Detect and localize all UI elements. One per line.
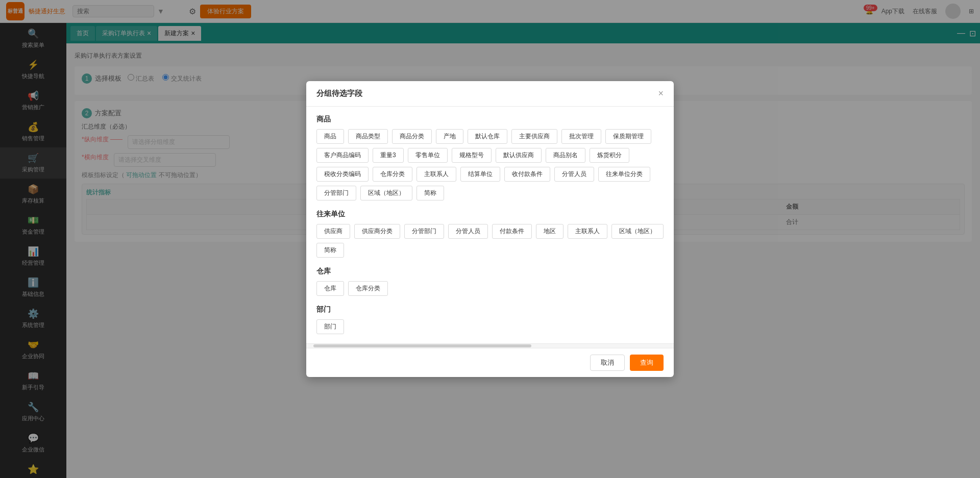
modal-overlay: 分组待选字段 × 商品 商品 商品类型 商品分类 [66,43,980,478]
field-tag-settlement-unit[interactable]: 结算单位 [460,167,500,182]
field-group-warehouse-title: 仓库 [316,267,664,276]
field-tag-refine-points[interactable]: 炼货积分 [590,148,629,163]
field-tag-tax-code[interactable]: 税收分类编码 [316,167,369,182]
modal-h-scrollbar [306,343,674,348]
modal-body: 商品 商品 商品类型 商品分类 产地 默认仓库 主要供应商 批次管理 保质期管 [306,107,674,344]
field-tag-batch-manage[interactable]: 批次管理 [561,129,601,144]
content-area: 首页 采购订单执行表 × 新建方案 × — ⊡ 采购订单执行表方案设置 [66,23,980,478]
field-tag-main-contact2[interactable]: 主联系人 [568,224,607,239]
field-tag-partner-person[interactable]: 分管人员 [448,224,488,239]
field-tag-partner-category[interactable]: 往来单位分类 [598,167,650,182]
field-tag-warehouse-category[interactable]: 仓库分类 [373,167,412,182]
field-tag-goods-category[interactable]: 商品分类 [392,129,432,144]
cancel-button[interactable]: 取消 [590,355,625,371]
field-tag-partner-short[interactable]: 简称 [316,243,344,258]
field-tag-goods[interactable]: 商品 [316,129,344,144]
field-tag-spec-model[interactable]: 规格型号 [452,148,492,163]
modal-title: 分组待选字段 [316,89,362,98]
main-area: 🔍 搜索菜单 ⚡ 快捷导航 📢 营销推广 💰 销售管理 🛒 采购管理 📦 [0,23,980,478]
field-group-partner-title: 往来单位 [316,210,664,219]
field-tag-weight3[interactable]: 重量3 [373,148,404,163]
field-group-warehouse: 仓库 仓库 仓库分类 [316,267,664,296]
field-tag-dept[interactable]: 部门 [316,319,344,334]
field-tag-retail-unit[interactable]: 零售单位 [408,148,448,163]
field-tag-warehouse[interactable]: 仓库 [316,281,344,296]
field-group-goods-title: 商品 [316,115,664,124]
field-tag-goods-alias[interactable]: 商品别名 [546,148,585,163]
field-tag-partner-region[interactable]: 区域（地区） [611,224,664,239]
app-container: 标普通 畅捷通好生意 ▼ ⚙ 体验行业方案 🔔 99+ App下载 在线客服 ⊞… [0,0,980,478]
field-select-modal: 分组待选字段 × 商品 商品 商品类型 商品分类 [306,81,674,377]
field-tag-district[interactable]: 地区 [536,224,564,239]
field-tags-dept: 部门 [316,319,664,334]
field-group-dept-title: 部门 [316,305,664,314]
page-content: 采购订单执行表方案设置 1 选择模板 汇总表 交叉统计表 2 [66,43,980,478]
field-tag-main-supplier[interactable]: 主要供应商 [511,129,557,144]
field-tag-manager-dept[interactable]: 分管部门 [316,186,356,200]
field-tag-supplier-category[interactable]: 供应商分类 [354,224,400,239]
field-tags-warehouse: 仓库 仓库分类 [316,281,664,296]
field-tag-region[interactable]: 区域（地区） [360,186,412,200]
field-tag-supplier[interactable]: 供应商 [316,224,350,239]
field-group-partner: 往来单位 供应商 供应商分类 分管部门 分管人员 付款条件 地区 主联系人 区 [316,210,664,258]
field-group-goods: 商品 商品 商品类型 商品分类 产地 默认仓库 主要供应商 批次管理 保质期管 [316,115,664,200]
field-tags-partner: 供应商 供应商分类 分管部门 分管人员 付款条件 地区 主联系人 区域（地区） … [316,224,664,258]
field-tag-default-supplier[interactable]: 默认供应商 [496,148,542,163]
field-group-dept: 部门 部门 [316,305,664,334]
field-tag-partner-dept[interactable]: 分管部门 [404,224,444,239]
modal-close-button[interactable]: × [658,88,664,99]
field-tag-customer-code[interactable]: 客户商品编码 [316,148,369,163]
field-tags-goods: 商品 商品类型 商品分类 产地 默认仓库 主要供应商 批次管理 保质期管理 客户… [316,129,664,200]
modal-footer: 取消 查询 [306,348,674,377]
field-tag-quality-manage[interactable]: 保质期管理 [605,129,651,144]
field-tag-default-warehouse[interactable]: 默认仓库 [468,129,507,144]
h-scroll-thumb[interactable] [313,344,531,347]
field-tag-main-contact[interactable]: 主联系人 [416,167,456,182]
field-tag-payment-condition[interactable]: 付款条件 [492,224,532,239]
field-tag-goods-type[interactable]: 商品类型 [348,129,388,144]
field-tag-manager-person[interactable]: 分管人员 [554,167,594,182]
field-tag-origin[interactable]: 产地 [436,129,463,144]
confirm-button[interactable]: 查询 [630,355,664,371]
field-tag-warehouse-cat[interactable]: 仓库分类 [348,281,388,296]
field-tag-payment-terms[interactable]: 收付款条件 [504,167,550,182]
field-tag-short-name[interactable]: 简称 [416,186,444,200]
modal-header: 分组待选字段 × [306,81,674,107]
